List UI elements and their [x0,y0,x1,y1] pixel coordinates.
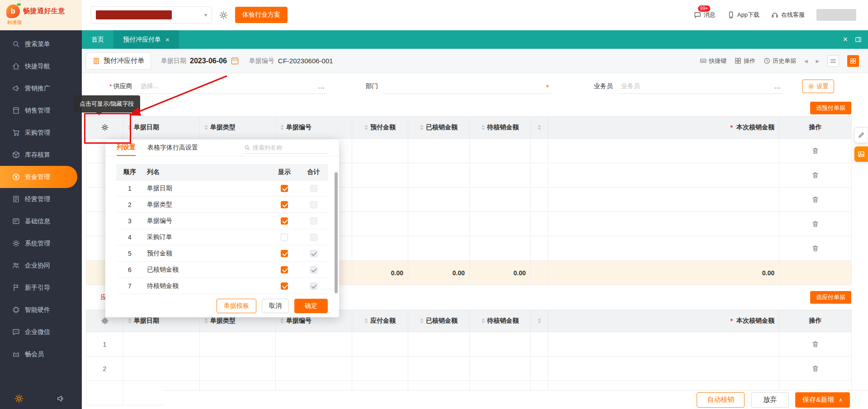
col-payable-amount[interactable]: 应付金额 [352,310,408,332]
select-payable-docs-button[interactable]: 选应付单据 [810,291,851,304]
next-doc-icon[interactable]: ▸ [816,57,819,65]
layout-toggle-icon[interactable] [855,36,862,43]
sidebar-item-1[interactable]: 快捷导航 [0,55,82,77]
col-unsettled-amount[interactable]: 待核销金额 [470,117,531,139]
column-settings-gear-icon[interactable] [101,124,108,131]
col-settled-amount[interactable]: 已核销金额 [408,310,470,332]
delete-row-button[interactable] [811,244,819,252]
table-row: 1 [86,332,852,357]
delete-row-button[interactable] [811,340,819,348]
operations-button[interactable]: 操作 [735,57,755,65]
grid-view-button[interactable] [847,55,859,67]
confirm-button[interactable]: 确定 [294,299,328,313]
announcement-speaker-icon[interactable] [57,395,65,403]
user-name-redacted[interactable] [816,9,856,21]
auto-writeoff-button[interactable]: 自动核销 [697,392,745,408]
collapse-caret-icon[interactable]: ∧ [839,397,843,403]
company-select[interactable]: ▾ [91,6,212,24]
sidebar-item-3[interactable]: 销售管理 [0,99,82,122]
doc-template-button[interactable]: 单据模板 [217,299,256,313]
sidebar-item-6[interactable]: 资金管理 [0,166,77,188]
app-download-button[interactable]: App下载 [727,11,760,19]
col-doc-no[interactable]: 单据编号 [276,117,352,139]
select-prepaid-docs-button[interactable]: 选预付单据 [810,102,851,114]
show-checkbox[interactable] [281,201,288,208]
show-checkbox[interactable] [281,250,288,257]
sidebar-item-10[interactable]: 企业协同 [0,254,82,277]
delete-row-button[interactable] [811,171,819,179]
sidebar-item-13[interactable]: 企业微信 [0,321,82,343]
col-doc-type[interactable]: 单据类型 [200,117,276,139]
sidebar-item-12[interactable]: 智能硬件 [0,299,82,321]
delete-row-button[interactable] [811,196,819,203]
sidebar-item-9[interactable]: 系统管理 [0,232,82,254]
show-checkbox[interactable] [281,217,288,225]
close-all-icon[interactable]: × [843,35,848,44]
total-checkbox[interactable] [310,217,317,225]
online-service-button[interactable]: 在线客服 [771,11,805,19]
feedback-pen-button[interactable] [854,127,868,143]
show-checkbox[interactable] [281,266,288,273]
tab-font-row-height[interactable]: 表格字体行高设置 [147,140,198,156]
promo-image-button[interactable] [854,146,868,162]
operation-cell [779,332,852,357]
cancel-button[interactable]: 取消 [262,299,289,313]
sidebar-item-2[interactable]: 营销推广 [0,77,82,99]
salesman-more-icon[interactable]: ... [774,83,781,90]
department-chevron-down-icon[interactable]: ▾ [546,83,549,89]
save-and-new-button[interactable]: 保存&新增 ∧ [795,392,850,408]
show-checkbox[interactable] [281,185,288,192]
delete-row-button[interactable] [811,147,819,155]
salesman-input[interactable]: 业务员 ... [618,79,783,94]
field-settings-button[interactable]: 设置 [802,80,834,93]
delete-row-button[interactable] [811,365,819,372]
shortcut-keys-button[interactable]: 快捷键 [700,57,726,65]
sidebar-item-5[interactable]: 库存核算 [0,144,82,166]
column-settings-cell[interactable] [86,117,123,139]
dialog-scrollbar-thumb[interactable] [335,172,338,293]
sidebar-item-8[interactable]: 基础信息 [0,210,82,232]
delete-row-button[interactable] [811,220,819,228]
empty-cell [548,188,779,212]
tab-column-settings[interactable]: 列设置 [117,140,136,156]
calendar-icon[interactable] [231,56,239,65]
col-doc-date[interactable]: 单据日期 [123,117,200,139]
department-select[interactable]: ▾ [383,79,552,94]
total-checkbox[interactable] [310,266,317,273]
sidebar-item-7[interactable]: 经营管理 [0,188,82,210]
sidebar-item-4[interactable]: 采购管理 [0,122,82,144]
account-settings-gear-icon[interactable] [219,11,228,19]
supplier-more-icon[interactable]: ... [318,83,325,90]
sidebar-item-11[interactable]: 新手引导 [0,277,82,299]
col-current-writeoff[interactable]: *本次核销金额 [548,117,779,139]
column-search-input[interactable] [253,144,318,151]
doc-date-value[interactable]: 2023-06-06 [190,57,227,65]
column-search-box[interactable] [244,142,328,154]
tab-prepaid-writeoff[interactable]: 预付冲应付单 × [113,30,179,49]
total-checkbox[interactable] [310,185,317,192]
tab-home[interactable]: 首页 [82,30,113,49]
prev-doc-icon[interactable]: ◂ [804,57,808,65]
supplier-input[interactable]: 选择... ... [137,79,327,94]
total-checkbox[interactable] [310,282,317,290]
sidebar-item-14[interactable]: 畅会员 [0,343,82,365]
sidebar-settings-gear-icon[interactable] [14,394,24,403]
top-bar: b 畅捷通好生意 标准版 ▾ 体验行业方案 99+ 消息 App下载 在线客服 [0,0,868,30]
col-prepaid-amount[interactable]: 预付金额 [352,117,408,139]
sidebar-item-0[interactable]: 搜索菜单 [0,33,82,55]
messages-button[interactable]: 99+ 消息 [694,11,716,19]
total-checkbox[interactable] [310,234,317,241]
discard-button[interactable]: 放弃 [751,392,789,408]
history-docs-button[interactable]: 历史单据 [764,57,796,65]
show-checkbox[interactable] [281,234,288,241]
trial-solution-button[interactable]: 体验行业方案 [235,7,288,23]
total-checkbox[interactable] [310,201,317,208]
close-tab-icon[interactable]: × [165,36,170,43]
col-unsettled-amount[interactable]: 待核销金额 [470,310,531,332]
total-checkbox[interactable] [310,250,317,257]
list-view-button[interactable] [827,55,839,67]
col-settled-amount[interactable]: 已核销金额 [408,117,470,139]
col-current-writeoff[interactable]: *本次核销金额 [548,310,779,332]
show-checkbox[interactable] [281,282,288,290]
column-settings-gear-icon[interactable] [101,317,108,324]
